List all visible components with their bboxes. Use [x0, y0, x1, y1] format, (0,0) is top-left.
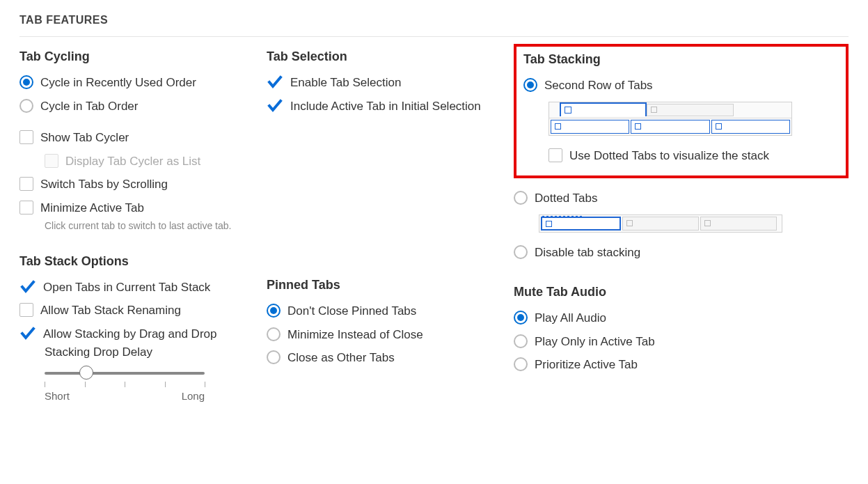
label: Play All Audio — [535, 309, 606, 327]
label: Minimize Active Tab — [40, 199, 144, 217]
option-dont-close-pinned[interactable]: Don't Close Pinned Tabs — [267, 299, 514, 323]
label: Second Row of Tabs — [544, 77, 653, 95]
label: Open Tabs in Current Tab Stack — [43, 279, 210, 297]
label: Cycle in Recently Used Order — [40, 74, 196, 92]
label: Play Only in Active Tab — [535, 333, 655, 351]
radio-icon — [267, 304, 281, 318]
checkbox-icon — [45, 154, 58, 168]
check-icon — [19, 279, 36, 295]
option-play-active[interactable]: Play Only in Active Tab — [514, 330, 849, 354]
checkbox-icon — [19, 177, 33, 191]
label: Show Tab Cycler — [40, 129, 129, 147]
group-title-pinned-tabs: Pinned Tabs — [267, 278, 514, 292]
section-title: TAB FEATURES — [19, 14, 849, 37]
option-second-row[interactable]: Second Row of Tabs — [523, 74, 839, 97]
option-display-as-list: Display Tab Cycler as List — [19, 150, 267, 173]
group-title-tab-cycling: Tab Cycling — [19, 49, 267, 64]
option-switch-scroll[interactable]: Switch Tabs by Scrolling — [19, 173, 267, 196]
label: Dotted Tabs — [535, 189, 597, 208]
radio-icon — [514, 311, 528, 325]
label: Enable Tab Selection — [290, 74, 401, 92]
radio-icon — [267, 327, 281, 341]
group-pinned-tabs: Pinned Tabs Don't Close Pinned Tabs Mini… — [267, 278, 514, 370]
helper-minimize-active: Click current tab to switch to last acti… — [45, 219, 232, 233]
group-tab-cycling: Tab Cycling Cycle in Recently Used Order… — [19, 49, 267, 233]
label: Allow Tab Stack Renaming — [40, 302, 181, 320]
group-title-mute-audio: Mute Tab Audio — [514, 285, 849, 299]
option-close-as-other[interactable]: Close as Other Tabs — [267, 346, 514, 370]
radio-icon — [514, 357, 528, 371]
label: Use Dotted Tabs to visualize the stack — [569, 147, 769, 165]
label: Close as Other Tabs — [287, 349, 395, 367]
radio-icon — [267, 350, 281, 364]
highlight-box: Tab Stacking Second Row of Tabs — [514, 44, 849, 178]
slider-drop-delay[interactable] — [45, 364, 205, 383]
group-title-tab-selection: Tab Selection — [267, 49, 514, 64]
radio-icon — [514, 334, 528, 348]
check-icon — [267, 74, 283, 91]
radio-icon — [19, 75, 33, 89]
group-tab-stack-options: Tab Stack Options Open Tabs in Current T… — [19, 254, 267, 403]
radio-icon — [514, 245, 528, 259]
label: Don't Close Pinned Tabs — [287, 302, 416, 320]
slider-end-long: Long — [182, 390, 205, 402]
label: Display Tab Cycler as List — [65, 153, 200, 171]
group-title-tab-stack-options: Tab Stack Options — [19, 254, 267, 269]
option-minimize-instead[interactable]: Minimize Instead of Close — [267, 323, 514, 347]
label: Switch Tabs by Scrolling — [40, 175, 168, 194]
slider-line — [45, 372, 205, 375]
radio-icon — [523, 78, 537, 92]
slider-thumb[interactable] — [79, 366, 93, 380]
radio-icon — [19, 99, 33, 113]
checkbox-icon — [19, 303, 33, 317]
option-open-in-current[interactable]: Open Tabs in Current Tab Stack — [19, 276, 267, 299]
label: Prioritize Active Tab — [535, 356, 638, 374]
group-title-tab-stacking: Tab Stacking — [523, 52, 839, 67]
option-allow-rename[interactable]: Allow Tab Stack Renaming — [19, 299, 267, 322]
option-include-active[interactable]: Include Active Tab in Initial Selection — [267, 95, 514, 118]
slider-end-short: Short — [45, 390, 70, 402]
option-prioritize-active[interactable]: Prioritize Active Tab — [514, 353, 849, 377]
checkbox-icon — [549, 148, 562, 162]
label: Include Active Tab in Initial Selection — [290, 97, 481, 116]
option-use-dotted[interactable]: Use Dotted Tabs to visualize the stack — [549, 144, 839, 168]
option-minimize-active[interactable]: Minimize Active Tab — [19, 196, 267, 220]
option-allow-dnd[interactable]: Allow Stacking by Drag and Drop — [19, 322, 267, 346]
group-mute-audio: Mute Tab Audio Play All Audio Play Only … — [514, 285, 849, 377]
label: Cycle in Tab Order — [40, 97, 138, 116]
group-tab-selection: Tab Selection Enable Tab Selection Inclu… — [267, 49, 514, 118]
slider-label-drop-delay: Stacking Drop Delay — [45, 345, 267, 359]
option-show-cycler[interactable]: Show Tab Cycler — [19, 126, 267, 150]
option-disable-stacking[interactable]: Disable tab stacking — [514, 241, 849, 265]
option-cycle-recent[interactable]: Cycle in Recently Used Order — [19, 71, 267, 95]
illustration-dotted — [539, 214, 782, 233]
checkbox-icon — [19, 130, 33, 144]
option-cycle-order[interactable]: Cycle in Tab Order — [19, 95, 267, 118]
group-tab-stacking: Tab Stacking Second Row of Tabs — [514, 44, 849, 264]
radio-icon — [514, 191, 528, 205]
checkbox-icon — [19, 201, 33, 214]
label: Minimize Instead of Close — [287, 326, 423, 344]
option-enable-selection[interactable]: Enable Tab Selection — [267, 71, 514, 95]
label: Allow Stacking by Drag and Drop — [43, 325, 216, 343]
option-play-all[interactable]: Play All Audio — [514, 306, 849, 330]
label: Disable tab stacking — [535, 244, 640, 262]
option-dotted-tabs[interactable]: Dotted Tabs — [514, 187, 849, 210]
check-icon — [267, 97, 283, 114]
illustration-second-row — [549, 102, 792, 136]
check-icon — [19, 325, 36, 342]
